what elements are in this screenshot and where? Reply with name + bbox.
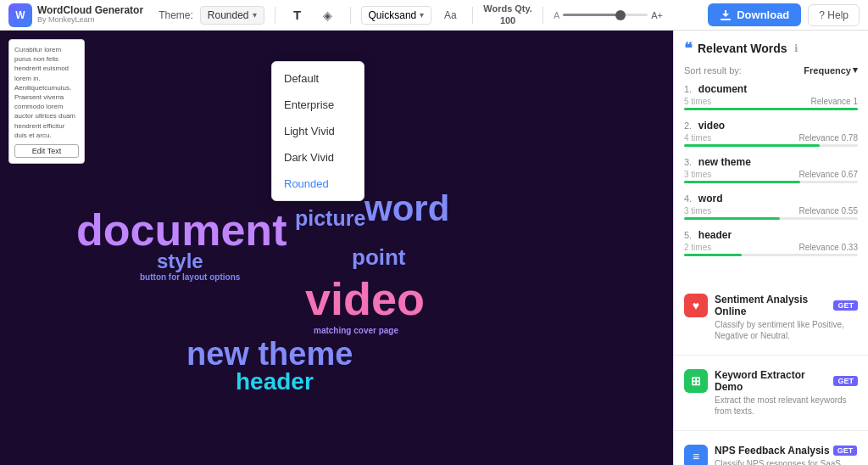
paint-icon[interactable]: ◈ <box>316 3 340 27</box>
help-button[interactable]: ? Help <box>808 4 860 26</box>
word-num: 2. <box>684 120 692 131</box>
download-label: Download <box>737 8 789 21</box>
download-icon <box>720 9 732 21</box>
size-slider[interactable] <box>563 14 648 16</box>
sidebar-title: Relevant Words <box>698 42 787 55</box>
word-item-0: 1. document 5 times Relevance 1 <box>684 82 858 110</box>
word-name: word <box>698 193 723 204</box>
separator <box>275 7 275 24</box>
word-relevance: Relevance 0.33 <box>799 243 859 252</box>
font-selector[interactable]: Quicksand ▾ <box>361 6 432 25</box>
promo-content-2: NPS Feedback Analysis GET Classify NPS r… <box>715 445 858 465</box>
theme-dropdown[interactable]: Rounded ▾ <box>200 6 264 25</box>
separator2 <box>350 7 351 24</box>
word-num: 4. <box>684 193 692 204</box>
word-times: 5 times <box>684 97 711 106</box>
dropdown-item-dark-vivid[interactable]: Dark Vivid <box>272 144 364 171</box>
word-item-3: 4. word 3 times Relevance 0.55 <box>684 192 858 220</box>
promo-card-0[interactable]: ♥ Sentiment Analysis Online GET Classify… <box>674 287 868 348</box>
promo-title-row-2: NPS Feedback Analysis GET <box>715 445 858 457</box>
word-name: document <box>698 83 747 95</box>
promo-divider <box>674 355 868 356</box>
word-times: 2 times <box>684 243 711 252</box>
word-bar-bg <box>684 144 858 147</box>
promo-desc-2: Classify NPS responses for SaaS products… <box>715 458 858 465</box>
canvas-area[interactable]: Curabitur lorem purus non felis hendreri… <box>0 31 673 465</box>
word-relevance: Relevance 1 <box>810 97 858 106</box>
help-label: ? Help <box>819 9 849 21</box>
word-item-1: 2. video 4 times Relevance 0.78 <box>684 119 858 147</box>
wc-word-matching: matching cover page <box>314 326 398 335</box>
app-sub: By MonkeyLearn <box>37 16 143 25</box>
promo-content-0: Sentiment Analysis Online GET Classify b… <box>715 294 858 341</box>
wc-word-point: point <box>352 244 406 271</box>
wc-word-document: document <box>76 204 287 255</box>
info-icon[interactable]: ℹ <box>794 42 798 54</box>
promo-desc-0: Classify by sentiment like Positive, Neg… <box>715 319 858 341</box>
sort-chevron-icon: ▾ <box>853 64 858 76</box>
theme-label: Theme: <box>159 9 193 21</box>
size-slider-area: A A+ <box>554 10 663 20</box>
quote-icon: ❝ <box>684 39 693 58</box>
logo-text: WordCloud Generator By MonkeyLearn <box>37 5 143 25</box>
word-item-2: 3. new theme 3 times Relevance 0.67 <box>684 155 858 183</box>
word-bar <box>684 254 742 256</box>
word-num: 5. <box>684 230 692 240</box>
size-label-right: A+ <box>651 10 663 20</box>
topbar: W WordCloud Generator By MonkeyLearn The… <box>0 0 868 31</box>
wc-word-style: style <box>157 249 203 273</box>
promo-desc-1: Extract the most relevant keywords from … <box>715 395 858 417</box>
promo-title-row-1: Keyword Extractor Demo GET <box>715 369 858 393</box>
text-format-icon[interactable]: T <box>286 3 309 27</box>
wc-word-header: header <box>236 368 314 395</box>
font-chevron-icon: ▾ <box>420 10 424 20</box>
logo-icon: W <box>8 3 32 27</box>
separator4 <box>542 7 543 24</box>
promo-icon-2: ≡ <box>684 445 708 465</box>
word-bar <box>684 108 858 110</box>
promo-divider <box>674 430 868 431</box>
dropdown-item-enterprise[interactable]: Enterprise <box>272 92 364 118</box>
word-times: 3 times <box>684 170 711 179</box>
size-label-left: A <box>554 10 559 20</box>
wc-word-video: video <box>305 272 425 325</box>
words-qty: Words Qty. 100 <box>483 3 532 25</box>
promo-card-2[interactable]: ≡ NPS Feedback Analysis GET Classify NPS… <box>674 438 868 465</box>
relevant-words-section: ❝ Relevant Words ℹ Sort result by: Frequ… <box>674 39 868 265</box>
svg-rect-0 <box>721 19 731 20</box>
promo-icon-0: ♥ <box>684 294 708 317</box>
word-num: 3. <box>684 157 692 167</box>
font-aa-icon[interactable]: Aa <box>438 3 462 27</box>
promo-content-1: Keyword Extractor Demo GET Extract the m… <box>715 369 858 417</box>
sidebar-header: ❝ Relevant Words ℹ <box>684 39 858 58</box>
word-num: 1. <box>684 84 692 94</box>
dropdown-item-light-vivid[interactable]: Light Vivid <box>272 118 364 144</box>
download-button[interactable]: Download <box>708 3 801 26</box>
promo-badge-2: GET <box>833 445 858 456</box>
promo-badge-1: GET <box>833 376 858 386</box>
word-bar <box>684 181 800 183</box>
word-bar <box>684 144 820 147</box>
promo-icon-1: ⊞ <box>684 369 708 393</box>
promo-card-1[interactable]: ⊞ Keyword Extractor Demo GET Extract the… <box>674 362 868 423</box>
word-bar-bg <box>684 254 858 256</box>
word-relevance: Relevance 0.67 <box>799 170 859 179</box>
word-times: 3 times <box>684 206 711 216</box>
promo-title-row-0: Sentiment Analysis Online GET <box>715 294 858 317</box>
dropdown-item-default[interactable]: Default <box>272 65 364 92</box>
promo-list: ♥ Sentiment Analysis Online GET Classify… <box>674 287 868 465</box>
sort-value[interactable]: Frequency ▾ <box>804 64 858 76</box>
promo-title-2: NPS Feedback Analysis <box>715 445 830 457</box>
word-bar-bg <box>684 108 858 110</box>
wc-word-button-layout: button for layout options <box>140 272 240 282</box>
word-bar-bg <box>684 217 858 220</box>
font-value: Quicksand <box>369 9 417 21</box>
promo-badge-0: GET <box>833 300 858 311</box>
promo-title-1: Keyword Extractor Demo <box>715 369 830 393</box>
word-item-4: 5. header 2 times Relevance 0.33 <box>684 228 858 256</box>
word-bar-bg <box>684 181 858 183</box>
dropdown-item-rounded[interactable]: Rounded <box>272 171 364 197</box>
word-name: video <box>698 120 725 132</box>
word-relevance: Relevance 0.55 <box>799 206 859 216</box>
separator3 <box>472 7 473 24</box>
